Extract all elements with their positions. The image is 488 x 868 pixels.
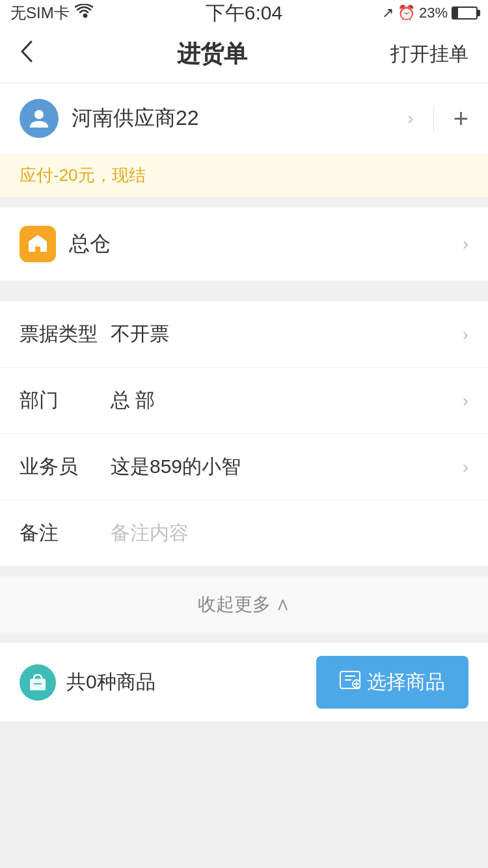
product-icon: [20, 664, 56, 701]
page-title: 进货单: [177, 38, 247, 70]
location-icon: ↗: [382, 5, 394, 21]
select-product-icon: [340, 671, 360, 694]
salesperson-chevron-icon: ›: [463, 457, 468, 478]
salesperson-row[interactable]: 业务员 这是859的小智 ›: [0, 434, 488, 500]
select-product-button[interactable]: 选择商品: [316, 656, 468, 709]
battery-percent: 23%: [419, 5, 448, 21]
ticket-type-chevron-icon: ›: [463, 324, 468, 345]
product-count-wrap: 共0种商品: [20, 664, 156, 701]
ticket-type-label: 票据类型: [20, 321, 111, 347]
department-label: 部门: [20, 387, 111, 414]
battery-icon: [452, 7, 478, 20]
status-bar: 无SIM卡 下午6:04 ↗ ⏰ 23%: [0, 0, 488, 26]
divider-2: [0, 280, 488, 291]
wifi-icon: [75, 4, 93, 22]
note-label: 备注: [20, 520, 111, 547]
note-input[interactable]: 备注内容: [111, 520, 468, 547]
department-row[interactable]: 部门 总 部 ›: [0, 368, 488, 434]
collapse-button[interactable]: 收起更多 ∧: [0, 576, 488, 632]
department-chevron-icon: ›: [463, 390, 468, 411]
alarm-icon: ⏰: [398, 5, 415, 21]
note-row[interactable]: 备注 备注内容: [0, 500, 488, 566]
bottom-bar: 共0种商品 选择商品: [0, 643, 488, 722]
warehouse-row[interactable]: 总仓 ›: [0, 208, 488, 280]
status-left: 无SIM卡: [10, 3, 93, 23]
notice-bar: 应付-20元，现结: [0, 154, 488, 197]
ticket-type-value: 不开票: [111, 321, 463, 347]
supplier-actions: › +: [407, 104, 468, 133]
supplier-name: 河南供应商22: [72, 104, 407, 133]
ticket-type-row[interactable]: 票据类型 不开票 ›: [0, 301, 488, 368]
supplier-avatar: [20, 99, 59, 138]
product-count-text: 共0种商品: [66, 669, 156, 696]
supplier-row[interactable]: 河南供应商22 › +: [0, 83, 488, 154]
warehouse-section: 总仓 ›: [0, 208, 488, 280]
warehouse-label: 总仓: [69, 230, 463, 258]
form-section: 票据类型 不开票 › 部门 总 部 › 业务员 这是859的小智 › 备注 备注…: [0, 301, 488, 566]
status-time: 下午6:04: [206, 0, 282, 27]
warehouse-icon-wrap: [20, 226, 56, 262]
vertical-divider: [433, 105, 434, 131]
select-product-label: 选择商品: [367, 669, 445, 696]
status-right: ↗ ⏰ 23%: [382, 5, 478, 21]
open-pending-button[interactable]: 打开挂单: [390, 41, 468, 68]
divider-1: [0, 197, 488, 208]
salesperson-value: 这是859的小智: [111, 454, 463, 480]
notice-text: 应付-20元，现结: [20, 165, 146, 185]
back-button[interactable]: [20, 39, 34, 70]
warehouse-chevron-icon: ›: [463, 234, 468, 254]
supplier-chevron-icon: ›: [407, 108, 413, 129]
main-content: 河南供应商22 › + 应付-20元，现结 总仓 › 票据类型: [0, 83, 488, 868]
nav-bar: 进货单 打开挂单: [0, 26, 488, 83]
add-supplier-icon[interactable]: +: [454, 104, 468, 133]
salesperson-label: 业务员: [20, 454, 111, 480]
carrier-text: 无SIM卡: [10, 3, 70, 23]
department-value: 总 部: [111, 387, 463, 414]
svg-point-0: [34, 110, 44, 119]
supplier-section: 河南供应商22 › + 应付-20元，现结: [0, 83, 488, 197]
